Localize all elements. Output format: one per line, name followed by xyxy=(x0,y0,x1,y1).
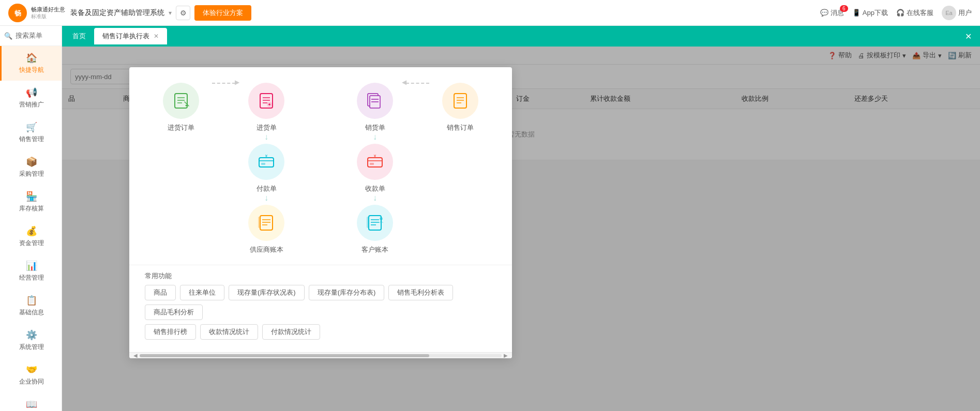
func-btn-product[interactable]: 商品 xyxy=(145,285,176,300)
sales-bill-label: 销货单 xyxy=(365,123,385,132)
sidebar-item-basic-info[interactable]: 📋 基础信息 xyxy=(0,288,62,323)
sidebar-item-label: 经营管理 xyxy=(19,273,44,282)
operations-icon: 📊 xyxy=(26,260,37,271)
message-icon: 💬 xyxy=(820,9,828,17)
sidebar-item-inventory[interactable]: 🏪 库存核算 xyxy=(0,185,62,219)
popup-scrollbar: ◀ ▶ xyxy=(129,352,512,358)
message-badge: 6 xyxy=(840,5,848,12)
close-all-tabs-icon[interactable]: ✕ xyxy=(959,32,978,41)
sidebar: 🔍 搜索菜单 🏠 快捷导航 📢 营销推广 🛒 销售管理 📦 采购管理 🏪 库存核… xyxy=(0,26,62,411)
purchase-bill-label: 进货单 xyxy=(257,123,277,132)
top-header: 畅 畅康通好生意 标准版 装备及固定资产辅助管理系统 ▾ ⚙ 体验行业方案 💬 … xyxy=(0,0,980,26)
common-functions-title: 常用功能 xyxy=(145,265,496,285)
func-btn-inventory-status[interactable]: 现存量(库存状况表) xyxy=(229,285,305,300)
logo-text: 畅康通好生意 标准版 xyxy=(31,6,65,20)
svg-text:¥: ¥ xyxy=(265,154,268,158)
sales-icon: 🛒 xyxy=(26,121,37,133)
message-button[interactable]: 💬 消息 6 xyxy=(820,8,844,18)
receipt-bill-label: 收款单 xyxy=(365,184,385,193)
sidebar-item-label: 系统管理 xyxy=(19,343,44,352)
sales-order-node[interactable]: 销售订单 xyxy=(429,83,491,132)
svg-rect-39 xyxy=(367,217,369,228)
sales-bill-node[interactable]: 销货单 xyxy=(344,83,406,132)
tab-close-icon[interactable]: ✕ xyxy=(154,33,159,40)
logo-area: 畅 畅康通好生意 标准版 xyxy=(8,4,70,22)
scrollbar-track[interactable] xyxy=(140,354,502,357)
func-btn-partner[interactable]: 往来单位 xyxy=(180,285,224,300)
svg-text:畅: 畅 xyxy=(14,9,21,17)
search-icon: 🔍 xyxy=(4,32,12,40)
payment-bill-node[interactable]: ¥ 付款单 xyxy=(235,144,297,193)
purchase-icon: 📦 xyxy=(26,156,37,168)
sidebar-item-finance[interactable]: 💰 资金管理 xyxy=(0,219,62,254)
scroll-right-button[interactable]: ▶ xyxy=(502,353,510,358)
customer-ledger-node[interactable]: 客户账本 xyxy=(344,205,406,254)
svg-point-6 xyxy=(186,105,187,106)
user-avatar: Ea xyxy=(942,6,956,20)
basic-info-icon: 📋 xyxy=(26,295,37,306)
sidebar-item-label: 采购管理 xyxy=(19,170,44,178)
tab-home[interactable]: 首页 xyxy=(64,28,94,44)
sidebar-item-marketing[interactable]: 📢 营销推广 xyxy=(0,81,62,115)
func-btn-sales-profit[interactable]: 销售毛利分析表 xyxy=(388,285,453,300)
tab-sales-order[interactable]: 销售订单执行表 ✕ xyxy=(94,28,167,44)
sidebar-item-operations[interactable]: 📊 经营管理 xyxy=(0,254,62,288)
sidebar-item-label: 库存核算 xyxy=(19,204,44,213)
svg-rect-26 xyxy=(368,158,382,167)
supplier-ledger-node[interactable]: 供应商账本 xyxy=(235,205,297,254)
func-btn-receipt-stats[interactable]: 收款情况统计 xyxy=(200,324,258,340)
customer-ledger-label: 客户账本 xyxy=(361,245,388,254)
tab-bar: 首页 销售订单执行表 ✕ ✕ xyxy=(62,26,980,47)
sidebar-item-label: 资金管理 xyxy=(19,239,44,248)
sidebar-item-system[interactable]: ⚙️ 系统管理 xyxy=(0,323,62,358)
beginner-icon: 📖 xyxy=(26,399,37,410)
content-area: 首页 销售订单执行表 ✕ ✕ ❓ 帮助 🖨 按模板打印 ▾ xyxy=(62,26,980,411)
supplier-ledger-label: 供应商账本 xyxy=(250,245,283,254)
function-buttons-row2: 销售排行榜 收款情况统计 付款情况统计 xyxy=(145,324,496,340)
sidebar-item-label: 基础信息 xyxy=(19,308,44,317)
system-title: 装备及固定资产辅助管理系统 xyxy=(70,8,164,18)
purchase-order-label: 进货订单 xyxy=(168,123,194,132)
sidebar-item-label: 快捷导航 xyxy=(19,66,44,74)
svg-rect-22 xyxy=(259,158,274,167)
svg-rect-2 xyxy=(175,94,187,108)
receipt-bill-node[interactable]: ¥ 收款单 xyxy=(344,144,406,193)
settings-button[interactable]: ⚙ xyxy=(176,6,190,20)
app-download-button[interactable]: 📱 App下载 xyxy=(852,8,888,18)
func-btn-product-profit[interactable]: 商品毛利分析 xyxy=(145,305,203,320)
purchase-order-node[interactable]: 进货订单 xyxy=(150,83,212,132)
workflow-area: 进货订单 ▶ xyxy=(129,67,512,265)
download-icon: 📱 xyxy=(852,9,861,17)
scrollbar-thumb[interactable] xyxy=(140,354,429,357)
sales-order-label: 销售订单 xyxy=(447,123,474,132)
trial-button[interactable]: 体验行业方案 xyxy=(194,5,251,21)
svg-point-40 xyxy=(380,217,383,220)
function-buttons-row1: 商品 往来单位 现存量(库存状况表) 现存量(库存分布表) 销售毛利分析表 商品… xyxy=(145,285,496,320)
svg-text:¥: ¥ xyxy=(373,154,376,158)
user-menu-button[interactable]: Ea 用户 xyxy=(942,6,972,20)
common-functions: 常用功能 商品 往来单位 现存量(库存状况表) 现存量(库存分布表) 销售毛利分… xyxy=(129,265,512,352)
main-layout: 🔍 搜索菜单 🏠 快捷导航 📢 营销推广 🛒 销售管理 📦 采购管理 🏪 库存核… xyxy=(0,26,980,411)
func-btn-sales-rank[interactable]: 销售排行榜 xyxy=(145,324,196,340)
purchase-bill-node[interactable]: 进货单 xyxy=(235,83,297,132)
search-menu-button[interactable]: 🔍 搜索菜单 xyxy=(0,26,62,46)
func-btn-inventory-dist[interactable]: 现存量(库存分布表) xyxy=(309,285,385,300)
sidebar-item-enterprise[interactable]: 🤝 企业协同 xyxy=(0,358,62,392)
sidebar-item-purchase[interactable]: 📦 采购管理 xyxy=(0,150,62,185)
header-right: 💬 消息 6 📱 App下载 🎧 在线客服 Ea 用户 xyxy=(820,6,972,20)
scroll-left-button[interactable]: ◀ xyxy=(131,353,140,358)
func-btn-payment-stats[interactable]: 付款情况统计 xyxy=(262,324,320,340)
sidebar-item-quick-nav[interactable]: 🏠 快捷导航 xyxy=(0,46,62,81)
sales-order-tab-label: 销售订单执行表 xyxy=(102,32,149,41)
sidebar-item-beginner[interactable]: 📖 新手引导 xyxy=(0,392,62,411)
online-service-button[interactable]: 🎧 在线客服 xyxy=(896,8,933,18)
system-title-area: 装备及固定资产辅助管理系统 ▾ ⚙ 体验行业方案 xyxy=(70,5,820,21)
popup-panel: 进货订单 ▶ xyxy=(129,67,512,358)
logo-icon: 畅 xyxy=(8,4,27,22)
marketing-icon: 📢 xyxy=(26,87,37,98)
sidebar-item-label: 销售管理 xyxy=(19,135,44,144)
sidebar-item-sales[interactable]: 🛒 销售管理 xyxy=(0,115,62,150)
dropdown-arrow-icon[interactable]: ▾ xyxy=(169,9,172,17)
svg-rect-34 xyxy=(258,217,260,228)
sidebar-item-label: 营销推广 xyxy=(19,100,44,109)
